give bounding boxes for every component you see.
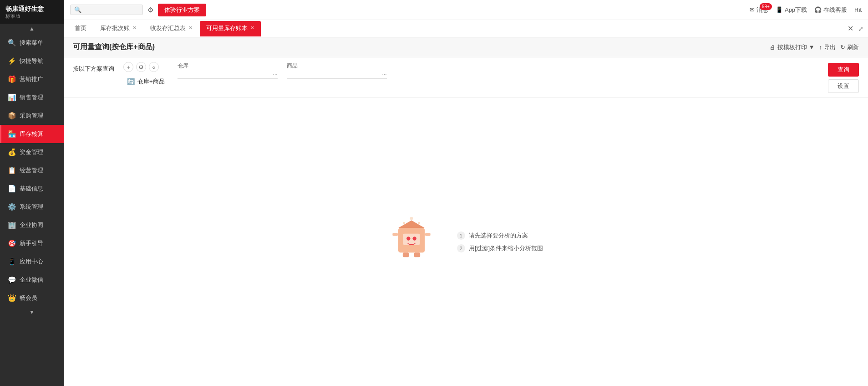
query-label: 按以下方案查询 <box>73 62 114 73</box>
export-button[interactable]: ↑ 导出 <box>819 43 836 51</box>
app-download-label: App下载 <box>785 6 807 14</box>
sidebar-item-vip[interactable]: 👑畅会员 <box>0 289 64 307</box>
message-button[interactable]: ✉ 99+ 消息 <box>750 6 768 14</box>
scheme-warehouse-goods[interactable]: 🔄 仓库+商品 <box>123 76 168 87</box>
sidebar-item-label: 系统管理 <box>20 203 43 211</box>
finance-icon: 💰 <box>8 148 16 156</box>
svg-marker-1 <box>398 221 425 228</box>
content-area: 1 请先选择要分析的方案 2 用[过滤]条件来缩小分析范围 <box>64 98 868 386</box>
svg-rect-8 <box>414 252 420 257</box>
tab-label-available-ledger: 可用量库存账本 <box>206 24 248 32</box>
step-1-label: 请先选择要分析的方案 <box>469 232 528 240</box>
goods-label: 商品 <box>287 62 387 70</box>
query-button[interactable]: 查询 <box>828 63 859 77</box>
empty-robot-svg <box>389 215 434 260</box>
svg-point-9 <box>403 222 405 224</box>
sidebar-item-label: 营销推广 <box>20 75 43 83</box>
sidebar-item-label: 快捷导航 <box>20 57 43 65</box>
topbar-right: ✉ 99+ 消息 📱 App下载 🎧 在线客服 Rit <box>750 6 862 14</box>
sales-icon: 📊 <box>8 93 16 102</box>
sidebar-item-shortcut[interactable]: ⚡快捷导航 <box>0 52 64 70</box>
settings-button[interactable]: 设置 <box>828 79 859 93</box>
tab-batch-ledger[interactable]: 库存批次账✕ <box>94 21 143 36</box>
export-icon: ↑ <box>819 44 822 51</box>
app-download-button[interactable]: 📱 App下载 <box>776 6 807 14</box>
page-header-actions: 🖨 按模板打印 ▼ ↑ 导出 ↻ 刷新 <box>770 43 859 51</box>
empty-step-2: 2 用[过滤]条件来缩小分析范围 <box>457 244 543 252</box>
empty-step-1: 1 请先选择要分析的方案 <box>457 232 543 240</box>
sidebar-item-purchase[interactable]: 📦采购管理 <box>0 107 64 125</box>
refresh-label: 刷新 <box>847 43 859 51</box>
customer-service-button[interactable]: 🎧 在线客服 <box>814 6 847 14</box>
main-area: 🔍 ⚙ 体验行业方案 ✉ 99+ 消息 📱 App下载 🎧 在线客服 Rit 首… <box>64 0 868 386</box>
sidebar-scroll-up[interactable]: ▲ <box>0 24 64 34</box>
basic-icon: 📄 <box>8 185 16 193</box>
sidebar-item-label: 搜索菜单 <box>20 39 43 47</box>
collapse-button[interactable]: « <box>149 62 159 72</box>
svg-rect-6 <box>425 233 431 236</box>
sidebar-header: 畅康通好生意 标准版 <box>0 0 64 24</box>
print-dropdown-icon[interactable]: ▼ <box>809 44 815 51</box>
tab-close-available-ledger[interactable]: ✕ <box>250 25 254 31</box>
tab-available-ledger[interactable]: 可用量库存账本✕ <box>200 21 261 36</box>
print-template-button[interactable]: 🖨 按模板打印 ▼ <box>770 43 815 51</box>
tab-receipt-summary[interactable]: 收发存汇总表✕ <box>144 21 199 36</box>
manage-scheme-button[interactable]: ⚙ <box>136 62 146 72</box>
sidebar-item-basic[interactable]: 📄基础信息 <box>0 180 64 198</box>
sidebar-item-newbie[interactable]: 🎯新手引导 <box>0 234 64 252</box>
sidebar-item-finance[interactable]: 💰资金管理 <box>0 143 64 161</box>
svg-rect-2 <box>403 234 420 245</box>
tab-close-batch-ledger[interactable]: ✕ <box>132 25 137 31</box>
tab-label-home: 首页 <box>75 24 86 32</box>
scheme-list: + ⚙ « 🔄 仓库+商品 <box>123 62 168 87</box>
headset-icon: 🎧 <box>814 6 822 13</box>
sidebar-item-label: 应用中心 <box>20 257 43 266</box>
sidebar-scroll-down[interactable]: ▼ <box>0 307 64 317</box>
query-btn-area: 查询 设置 <box>828 62 859 93</box>
export-label: 导出 <box>824 43 836 51</box>
user-name[interactable]: Rit <box>854 6 862 13</box>
sidebar-item-label: 基础信息 <box>20 185 43 193</box>
refresh-icon: ↻ <box>840 44 845 51</box>
sidebar-item-appstore[interactable]: 📱应用中心 <box>0 252 64 271</box>
sidebar-item-inventory[interactable]: 🏪库存核算 <box>0 125 64 143</box>
message-icon: ✉ <box>750 6 755 13</box>
newbie-icon: 🎯 <box>8 239 16 247</box>
close-tab-button[interactable]: ✕ <box>848 24 853 33</box>
sidebar-item-operations[interactable]: 📋经营管理 <box>0 161 64 180</box>
goods-more-button[interactable]: ··· <box>382 71 387 77</box>
sidebar-item-sales[interactable]: 📊销售管理 <box>0 88 64 107</box>
warehouse-field: 仓库 ··· <box>178 62 278 79</box>
tab-home[interactable]: 首页 <box>68 21 93 36</box>
sidebar-item-enterprise[interactable]: 🏢企业协同 <box>0 216 64 234</box>
tab-items: 首页库存批次账✕收发存汇总表✕可用量库存账本✕ <box>68 21 261 36</box>
filter-fields: 仓库 ··· 商品 ··· <box>178 62 819 79</box>
svg-point-3 <box>406 237 410 240</box>
resize-icon[interactable]: ⤢ <box>858 25 863 32</box>
sidebar-item-search[interactable]: 🔍搜索菜单 <box>0 34 64 52</box>
trial-button[interactable]: 体验行业方案 <box>158 4 206 16</box>
refresh-button[interactable]: ↻ 刷新 <box>840 43 859 51</box>
sidebar-item-marketing[interactable]: 🎁营销推广 <box>0 70 64 88</box>
warehouse-more-button[interactable]: ··· <box>273 71 278 77</box>
sidebar-item-wecom[interactable]: 💬企业微信 <box>0 271 64 289</box>
tabbar: 首页库存批次账✕收发存汇总表✕可用量库存账本✕ ✕ ⤢ <box>64 20 868 37</box>
settings-icon[interactable]: ⚙ <box>147 6 153 14</box>
marketing-icon: 🎁 <box>8 75 16 83</box>
topbar: 🔍 ⚙ 体验行业方案 ✉ 99+ 消息 📱 App下载 🎧 在线客服 Rit <box>64 0 868 20</box>
warehouse-input[interactable] <box>178 71 273 77</box>
message-badge: 99+ <box>760 3 772 10</box>
empty-illustration <box>389 215 443 269</box>
tab-close-receipt-summary[interactable]: ✕ <box>188 25 193 31</box>
sidebar-item-system[interactable]: ⚙️系统管理 <box>0 198 64 216</box>
sidebar-item-label: 畅会员 <box>20 294 37 302</box>
scheme-icon: 🔄 <box>127 78 135 85</box>
goods-input[interactable] <box>287 71 382 77</box>
customer-service-label: 在线客服 <box>823 6 847 14</box>
topbar-search-input[interactable] <box>83 7 138 13</box>
appstore-icon: 📱 <box>8 257 16 266</box>
add-scheme-button[interactable]: + <box>123 62 133 72</box>
topbar-search-box[interactable]: 🔍 <box>70 5 143 15</box>
print-icon: 🖨 <box>770 44 776 51</box>
mobile-icon: 📱 <box>776 6 783 13</box>
